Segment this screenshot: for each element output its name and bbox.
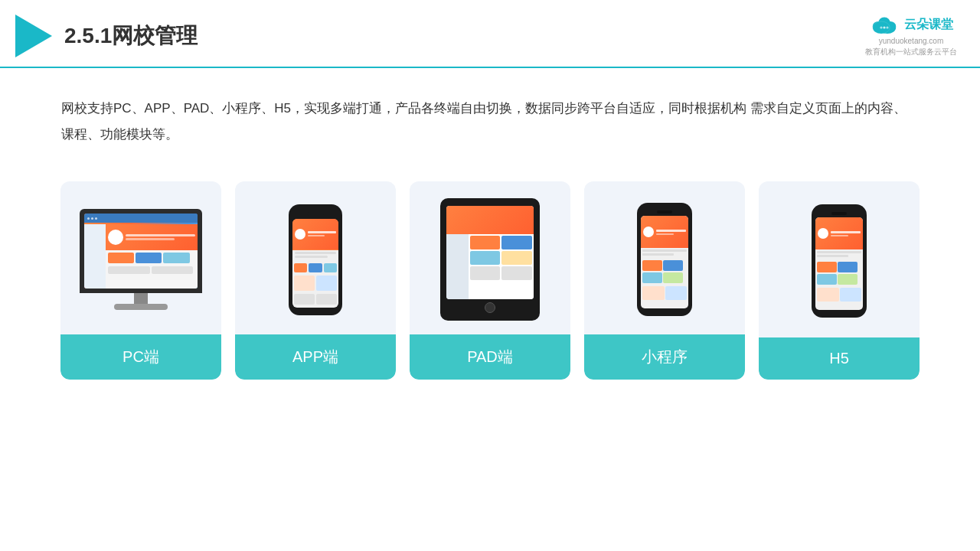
- card-pc-label: PC端: [60, 334, 221, 380]
- page-title: 2.5.1网校管理: [64, 21, 198, 51]
- card-pad-image: [410, 181, 570, 334]
- card-app: APP端: [235, 181, 396, 380]
- card-h5-image: [759, 181, 920, 337]
- phone-h5-icon: [812, 204, 867, 318]
- card-pc: PC端: [60, 181, 221, 380]
- brand-area: 云朵课堂 yunduoketang.com 教育机构一站式服务云平台: [865, 14, 957, 57]
- desc-content: 网校支持PC、APP、PAD、小程序、H5，实现多端打通，产品各终端自由切换，数…: [61, 101, 906, 142]
- brand-name: 云朵课堂: [904, 17, 953, 33]
- card-pc-image: [60, 181, 221, 334]
- tablet-home-btn: [485, 302, 495, 313]
- brand-tagline: 教育机构一站式服务云平台: [865, 47, 957, 57]
- play-icon: [15, 15, 52, 57]
- card-app-image: [235, 181, 396, 334]
- header-left: 2.5.1网校管理: [15, 15, 198, 57]
- cards-container: PC端: [0, 166, 980, 403]
- card-miniprogram-label: 小程序: [584, 334, 745, 380]
- tablet-pad-icon: [440, 198, 540, 321]
- svg-point-3: [873, 21, 884, 31]
- svg-point-7: [880, 26, 882, 28]
- card-h5: H5: [759, 181, 920, 380]
- phone-miniprogram-icon: [637, 203, 692, 316]
- header: 2.5.1网校管理 云朵课堂 yunduoketang.com 教育机构一站式服…: [0, 0, 980, 68]
- pc-monitor-icon: [80, 209, 202, 310]
- card-h5-label: H5: [759, 337, 920, 380]
- cloud-logo-icon: [869, 14, 900, 35]
- card-miniprogram: 小程序: [584, 181, 745, 380]
- phone-app-icon: [289, 204, 342, 315]
- card-miniprogram-image: [584, 181, 745, 334]
- svg-point-6: [883, 26, 885, 28]
- card-pad-label: PAD端: [410, 334, 570, 380]
- card-pad: PAD端: [410, 181, 570, 380]
- description-text: 网校支持PC、APP、PAD、小程序、H5，实现多端打通，产品各终端自由切换，数…: [0, 68, 980, 166]
- brand-logo: 云朵课堂: [869, 14, 953, 35]
- svg-point-8: [886, 26, 888, 28]
- brand-domain: yunduoketang.com: [879, 37, 944, 45]
- card-app-label: APP端: [235, 334, 396, 380]
